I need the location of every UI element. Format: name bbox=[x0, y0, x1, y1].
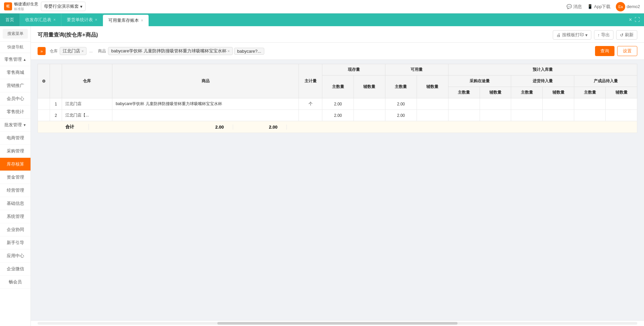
avatar: Ea bbox=[616, 2, 625, 11]
footer-current-main: 2.00 bbox=[206, 125, 233, 130]
cell-product bbox=[112, 110, 299, 121]
sidebar-item-retail-mall[interactable]: 零售商城 bbox=[0, 66, 31, 79]
filter-area: » 仓库 江北门店 × ... 商品 babycare学饮杯 儿童防摔防撞吸管杯… bbox=[31, 43, 644, 60]
th-current-main: 主数量 bbox=[322, 76, 354, 98]
tab-receivable-close[interactable]: × bbox=[53, 17, 56, 22]
quick-nav-btn[interactable]: 快捷导航 bbox=[0, 42, 31, 53]
sidebar-item-basic-info[interactable]: 基础信息 bbox=[0, 197, 31, 210]
enterprise-wechat-label: 企业微信 bbox=[7, 266, 24, 272]
filter-expand-btn[interactable]: » bbox=[38, 47, 46, 55]
sidebar-item-ecommerce[interactable]: 电商管理 bbox=[0, 132, 31, 145]
sidebar-item-inventory[interactable]: 库存核算 bbox=[0, 158, 31, 171]
cell-settings bbox=[38, 110, 50, 121]
expand-icon: » bbox=[40, 49, 43, 54]
sidebar-item-vip[interactable]: 畅会员 bbox=[0, 276, 31, 289]
th-purchase-transit-main: 主数量 bbox=[448, 87, 480, 98]
brand-icon: 旺 bbox=[4, 2, 12, 10]
refresh-icon: ↺ bbox=[620, 33, 624, 38]
tab-bar-actions: × ⛶ bbox=[625, 13, 644, 26]
cell-unit bbox=[299, 110, 322, 121]
industry-selector[interactable]: 母婴行业演示账套 ▾ bbox=[41, 2, 86, 11]
sidebar-item-finance[interactable]: 资金管理 bbox=[0, 171, 31, 184]
marketing-label: 营销推广 bbox=[7, 83, 24, 89]
sidebar-search: 搜索菜单 bbox=[0, 26, 31, 42]
brand-logo: 旺 畅捷通好生意 标准版 bbox=[4, 2, 38, 11]
tab-receivable[interactable]: 收发存汇总表 × bbox=[20, 13, 61, 26]
th-current-stock: 现存量 bbox=[322, 64, 385, 76]
page-header: 可用量查询(按仓库+商品) 🖨 按模板打印 ▾ ↑ 导出 ↺ 刷新 bbox=[31, 26, 644, 43]
tab-available-stock-close[interactable]: × bbox=[141, 18, 143, 23]
main-content: 可用量查询(按仓库+商品) 🖨 按模板打印 ▾ ↑ 导出 ↺ 刷新 bbox=[31, 26, 644, 326]
print-icon: 🖨 bbox=[556, 33, 561, 38]
th-settings[interactable]: ⚙ bbox=[38, 64, 50, 98]
th-available: 可用量 bbox=[385, 64, 448, 76]
export-icon: ↑ bbox=[598, 33, 600, 38]
tab-available-stock[interactable]: 可用量库存账本 × bbox=[103, 15, 149, 26]
product-label: 商品 bbox=[98, 48, 106, 54]
warehouse-filter: 仓库 江北门店 × ... bbox=[50, 47, 94, 55]
tab-order-stats-close[interactable]: × bbox=[95, 17, 97, 22]
sidebar-item-system[interactable]: 系统管理 bbox=[0, 210, 31, 223]
fullscreen-btn[interactable]: ⛶ bbox=[635, 17, 640, 23]
cell-inbound-main bbox=[511, 98, 543, 110]
query-btn[interactable]: 查询 bbox=[595, 46, 614, 56]
sidebar: 搜索菜单 快捷导航 零售管理 ▲ 零售商城 营销推广 会员中心 零售统计 批发管… bbox=[0, 26, 31, 326]
th-warehouse: 仓库 bbox=[62, 64, 112, 98]
th-current-aux: 辅数量 bbox=[354, 76, 385, 98]
tab-home[interactable]: 首页 bbox=[0, 13, 20, 26]
warehouse-ellipsis[interactable]: ... bbox=[88, 48, 94, 54]
sidebar-item-new-guide[interactable]: 新手引导 bbox=[0, 236, 31, 249]
user-profile[interactable]: Ea demo2 bbox=[616, 2, 640, 11]
scroll-track[interactable] bbox=[38, 322, 637, 325]
sidebar-item-retail-mgmt[interactable]: 零售管理 ▲ bbox=[0, 53, 31, 66]
tab-order-stats[interactable]: 要货单统计表 × bbox=[61, 13, 103, 26]
download-label: App下载 bbox=[594, 4, 610, 10]
enterprise-label: 企业协同 bbox=[7, 227, 24, 233]
sidebar-item-retail-mgmt-inner: 零售管理 ▲ bbox=[4, 56, 26, 62]
close-all-tabs-btn[interactable]: × bbox=[629, 17, 632, 23]
sidebar-item-retail-stats[interactable]: 零售统计 bbox=[0, 105, 31, 119]
layout: 搜索菜单 快捷导航 零售管理 ▲ 零售商城 营销推广 会员中心 零售统计 批发管… bbox=[0, 26, 644, 326]
sidebar-item-enterprise[interactable]: 企业协同 bbox=[0, 223, 31, 236]
table-row: 2 江北门店【... 2.00 2.00 bbox=[38, 110, 637, 121]
retail-mgmt-label: 零售管理 bbox=[4, 56, 22, 62]
cell-current-main: 2.00 bbox=[322, 98, 354, 110]
product-tag-close[interactable]: × bbox=[228, 49, 230, 53]
top-bar-left: 旺 畅捷通好生意 标准版 母婴行业演示账套 ▾ bbox=[4, 2, 86, 11]
warehouse-tag-jiangbei: 江北门店 × bbox=[60, 47, 87, 55]
footer-available-main: 2.00 bbox=[260, 125, 287, 130]
sidebar-item-operations[interactable]: 经营管理 bbox=[0, 184, 31, 197]
sidebar-item-member-center[interactable]: 会员中心 bbox=[0, 92, 31, 105]
export-btn[interactable]: ↑ 导出 bbox=[594, 30, 614, 40]
settings-btn[interactable]: 设置 bbox=[617, 46, 637, 56]
print-template-btn[interactable]: 🖨 按模板打印 ▾ bbox=[553, 30, 591, 40]
scroll-thumb[interactable] bbox=[217, 322, 457, 325]
th-product: 商品 bbox=[112, 64, 299, 98]
sidebar-item-app-center[interactable]: 应用中心 bbox=[0, 249, 31, 263]
sidebar-item-purchase[interactable]: 采购管理 bbox=[0, 145, 31, 158]
message-btn[interactable]: 💬 消息 bbox=[567, 4, 582, 10]
cell-production-aux bbox=[606, 110, 637, 121]
sidebar-item-enterprise-wechat[interactable]: 企业微信 bbox=[0, 263, 31, 276]
filter-action-btns: 查询 设置 bbox=[595, 46, 637, 56]
wholesale-arrow-icon: ▼ bbox=[23, 123, 26, 127]
product-tag-name: babycare学饮杯 儿童防摔防撞吸管杯重力球吸嘴杯宝宝水杯 bbox=[111, 48, 226, 54]
app-center-label: 应用中心 bbox=[7, 253, 24, 259]
print-template-label: 按模板打印 bbox=[562, 32, 584, 38]
product-tags: babycare学饮杯 儿童防摔防撞吸管杯重力球吸嘴杯宝宝水杯 × babyca… bbox=[108, 47, 264, 55]
refresh-btn[interactable]: ↺ 刷新 bbox=[616, 30, 637, 40]
sidebar-item-wholesale[interactable]: 批发管理 ▼ bbox=[0, 119, 31, 132]
footer-label: 合计 bbox=[62, 124, 89, 130]
tab-receivable-label: 收发存汇总表 bbox=[25, 17, 51, 23]
th-inbound-aux: 辅数量 bbox=[543, 87, 574, 98]
cell-unit: 个 bbox=[299, 98, 322, 110]
cell-purchase-transit-aux bbox=[480, 98, 511, 110]
username: demo2 bbox=[627, 4, 640, 9]
app-download-btn[interactable]: 📱 App下载 bbox=[587, 4, 610, 10]
table-footer: 合计 2.00 2.00 bbox=[38, 121, 637, 133]
th-production-main: 主数量 bbox=[574, 87, 606, 98]
sidebar-item-marketing[interactable]: 营销推广 bbox=[0, 79, 31, 92]
warehouse-tag-close[interactable]: × bbox=[82, 49, 84, 53]
search-menu-btn[interactable]: 搜索菜单 bbox=[3, 29, 28, 39]
cell-seq: 1 bbox=[50, 98, 62, 110]
